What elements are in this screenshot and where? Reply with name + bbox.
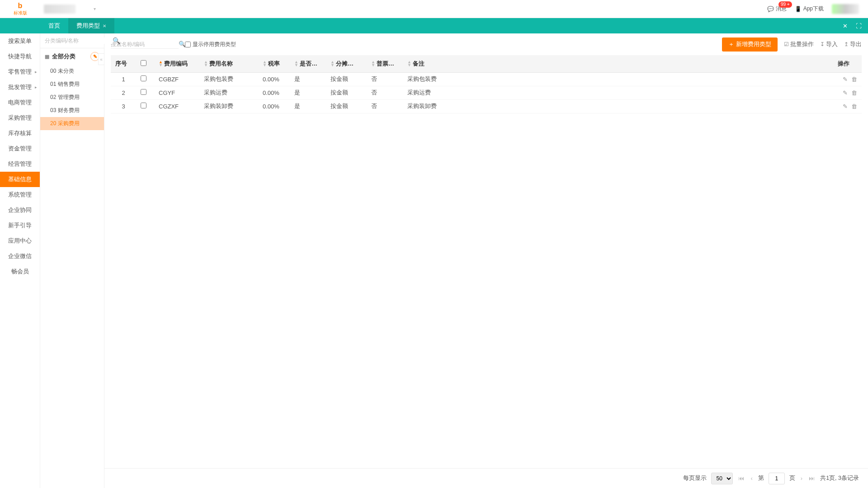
topbar-right: 💬 消息 99 + 📱 App下载	[767, 4, 868, 14]
logo-icon: b	[18, 2, 23, 10]
tab-home-label: 首页	[48, 22, 60, 30]
messages-badge: 99 +	[778, 1, 792, 8]
app-download-button[interactable]: 📱 App下载	[795, 5, 824, 13]
brand-edition: 标准版	[14, 10, 27, 16]
avatar[interactable]	[832, 4, 859, 14]
download-label: App下载	[803, 5, 824, 13]
brand-logo: b 标准版	[0, 0, 40, 18]
close-icon[interactable]: ✕	[103, 23, 106, 28]
fullscreen-icon: ⛶	[856, 23, 862, 29]
tab-home[interactable]: 首页	[40, 18, 68, 33]
phone-icon: 📱	[795, 6, 802, 12]
chat-icon: 💬	[767, 6, 774, 12]
tab-expense-type[interactable]: 费用类型 ✕	[68, 18, 114, 33]
fullscreen-button[interactable]: ⛶	[853, 20, 864, 32]
topbar: b 标准版 ▾ 💬 消息 99 + 📱 App下载	[0, 0, 868, 18]
tab-active-label: 费用类型	[76, 22, 100, 30]
org-name-blur	[44, 5, 75, 14]
close-icon: ✕	[843, 23, 848, 29]
close-panel-button[interactable]: ✕	[839, 20, 851, 32]
messages-button[interactable]: 💬 消息 99 +	[767, 5, 787, 13]
tabstrip: 首页 费用类型 ✕ ✕ ⛶	[0, 18, 868, 33]
chevron-down-icon: ▾	[94, 6, 96, 11]
org-selector[interactable]: ▾	[44, 5, 96, 14]
